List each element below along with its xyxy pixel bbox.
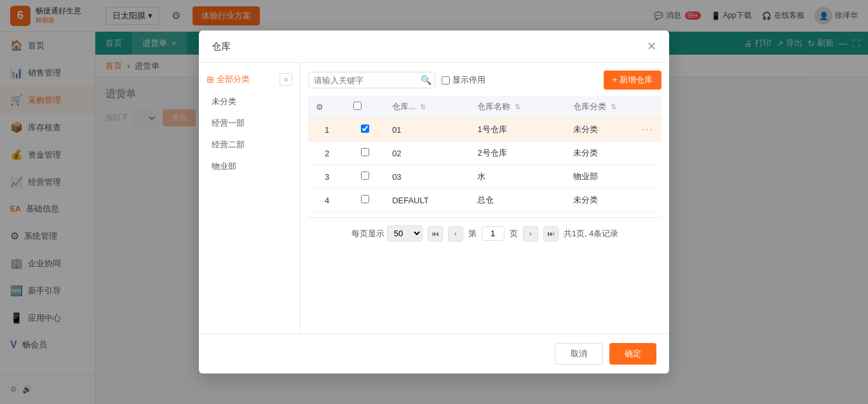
row-category: 未分类 xyxy=(566,142,661,165)
sort-category-icon: ⇅ xyxy=(611,103,616,111)
search-box: 🔍 xyxy=(308,72,435,88)
row-checkbox-cell xyxy=(346,118,384,142)
show-disabled-checkbox[interactable] xyxy=(442,76,450,84)
per-page-select[interactable]: 50 100 200 xyxy=(387,226,423,241)
modal-close-icon[interactable]: ✕ xyxy=(647,39,656,53)
modal-body: ⊞ 全部分类 « 未分类 经营一部 经营二部 物业部 xyxy=(199,63,669,333)
row-code: 02 xyxy=(384,142,470,165)
row-num: 3 xyxy=(308,165,346,189)
modal-header: 仓库 ✕ xyxy=(199,30,669,63)
category-unclassified[interactable]: 未分类 xyxy=(199,91,300,112)
th-category: 仓库分类 ⇅ xyxy=(566,96,661,118)
last-page-btn[interactable]: ⏭ xyxy=(543,226,559,241)
row-code: DEFAULT xyxy=(384,189,470,212)
table-row[interactable]: 1 01 1号仓库 未分类 ··· xyxy=(308,118,661,142)
row-checkbox[interactable] xyxy=(361,195,369,203)
category-panel: ⊞ 全部分类 « 未分类 经营一部 经营二部 物业部 xyxy=(199,63,301,333)
prev-page-btn[interactable]: ‹ xyxy=(448,226,463,241)
row-checkbox[interactable] xyxy=(361,125,369,133)
row-category: 未分类 ··· xyxy=(566,118,661,142)
modal-overlay: 仓库 ✕ ⊞ 全部分类 « 未分类 经营一部 xyxy=(0,0,868,404)
warehouse-table: ⚙ 仓库... ⇅ 仓库名称 ⇅ xyxy=(308,96,661,212)
row-checkbox-cell xyxy=(346,142,384,165)
search-icon: 🔍 xyxy=(421,75,431,85)
row-code: 03 xyxy=(384,165,470,189)
cancel-btn[interactable]: 取消 xyxy=(555,343,603,365)
th-code: 仓库... ⇅ xyxy=(384,96,470,118)
warehouse-modal: 仓库 ✕ ⊞ 全部分类 « 未分类 经营一部 xyxy=(199,30,669,374)
row-name: 总仓 xyxy=(470,189,566,212)
row-actions-btn[interactable]: ··· xyxy=(642,124,654,135)
show-disabled-label: 显示停用 xyxy=(442,74,485,86)
row-checkbox[interactable] xyxy=(361,148,369,156)
row-category: 物业部 xyxy=(566,165,661,189)
row-checkbox-cell xyxy=(346,189,384,212)
row-num: 2 xyxy=(308,142,346,165)
select-all-checkbox[interactable] xyxy=(353,102,362,110)
row-name: 1号仓库 xyxy=(470,118,566,142)
search-input[interactable] xyxy=(314,76,421,85)
sort-code-icon: ⇅ xyxy=(420,103,426,111)
table-row[interactable]: 2 02 2号仓库 未分类 xyxy=(308,142,661,165)
confirm-btn[interactable]: 确定 xyxy=(609,343,656,365)
th-checkbox xyxy=(346,96,384,118)
table-header-row: ⚙ 仓库... ⇅ 仓库名称 ⇅ xyxy=(308,96,661,118)
category-dept1[interactable]: 经营一部 xyxy=(199,112,300,134)
add-warehouse-btn[interactable]: + 新增仓库 xyxy=(604,71,661,90)
table-row[interactable]: 4 DEFAULT 总仓 未分类 xyxy=(308,189,661,212)
row-category: 未分类 xyxy=(566,189,661,212)
grid-icon: ⊞ xyxy=(207,74,214,84)
table-panel: 🔍 显示停用 + 新增仓库 ⚙ xyxy=(301,63,669,333)
table-toolbar: 🔍 显示停用 + 新增仓库 xyxy=(308,71,661,90)
category-all[interactable]: ⊞ 全部分类 « xyxy=(199,68,300,91)
page-input[interactable] xyxy=(482,226,505,241)
page-size-select: 每页显示 50 100 200 xyxy=(351,226,423,241)
page-summary: 共1页, 4条记录 xyxy=(564,228,619,239)
row-name: 水 xyxy=(470,165,566,189)
category-property[interactable]: 物业部 xyxy=(199,156,300,177)
first-page-btn[interactable]: ⏮ xyxy=(428,226,443,241)
next-page-btn[interactable]: › xyxy=(523,226,538,241)
row-name: 2号仓库 xyxy=(470,142,566,165)
modal-title: 仓库 xyxy=(212,41,231,53)
modal-footer: 取消 确定 xyxy=(199,333,669,374)
sort-name-icon: ⇅ xyxy=(515,103,520,111)
table-row[interactable]: 3 03 水 物业部 xyxy=(308,165,661,189)
category-dept2[interactable]: 经营二部 xyxy=(199,134,300,156)
row-num: 4 xyxy=(308,189,346,212)
pagination: 每页显示 50 100 200 ⏮ ‹ 第 页 › ⏭ 共1页, 4条记录 xyxy=(308,217,661,249)
row-checkbox-cell xyxy=(346,165,384,189)
row-checkbox[interactable] xyxy=(361,172,369,180)
th-name: 仓库名称 ⇅ xyxy=(470,96,566,118)
row-code: 01 xyxy=(384,118,470,142)
collapse-btn[interactable]: « xyxy=(280,73,292,86)
th-settings: ⚙ xyxy=(308,96,346,118)
row-num: 1 xyxy=(308,118,346,142)
